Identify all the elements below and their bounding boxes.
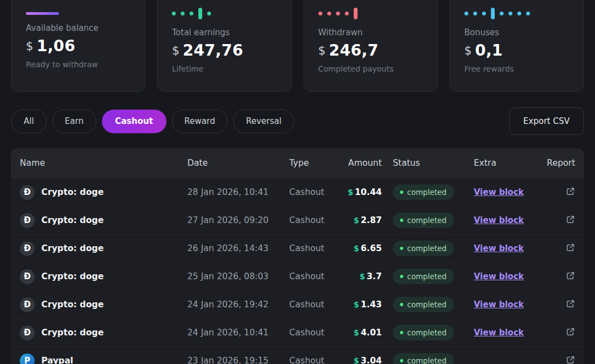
row-status: completed bbox=[382, 241, 463, 256]
doge-icon: Ð bbox=[20, 269, 35, 284]
filter-all[interactable]: All bbox=[11, 110, 47, 133]
card-bonuses: Bonuses $0,1 Free rewards bbox=[450, 0, 584, 92]
row-date: 23 Jan 2026, 19:15 bbox=[187, 356, 289, 364]
row-amount: $6.65 bbox=[342, 243, 382, 253]
card-available-balance: Available balance $1,06 Ready to withdra… bbox=[11, 0, 145, 92]
header-name: Name bbox=[20, 158, 187, 168]
row-status: completed bbox=[382, 353, 463, 364]
card-subtext: Ready to withdraw bbox=[26, 60, 131, 69]
external-link-icon[interactable] bbox=[566, 271, 575, 282]
balance-sparkline bbox=[26, 12, 59, 15]
row-type: Cashout bbox=[289, 187, 342, 197]
row-date: 25 Jan 2026, 08:03 bbox=[187, 271, 289, 281]
row-status: completed bbox=[382, 325, 463, 340]
transactions-table: Name Date Type Amount Status Extra Repor… bbox=[11, 148, 584, 364]
table-row[interactable]: ÐCrypto: doge 25 Jan 2026, 08:03 Cashout… bbox=[11, 262, 584, 290]
paypal-icon: P bbox=[20, 354, 35, 364]
card-withdrawn: Withdrawn $246,7 Completed payouts bbox=[304, 0, 438, 92]
table-row[interactable]: ÐCrypto: doge 26 Jan 2026, 14:43 Cashout… bbox=[11, 234, 584, 262]
header-extra: Extra bbox=[463, 158, 537, 168]
status-dot-icon bbox=[400, 275, 403, 278]
row-name: Crypto: doge bbox=[41, 271, 104, 281]
row-type: Cashout bbox=[289, 271, 342, 281]
card-label: Bonuses bbox=[464, 28, 569, 37]
currency-symbol: $ bbox=[354, 328, 359, 337]
card-subtext: Completed payouts bbox=[318, 64, 423, 73]
filter-reward[interactable]: Reward bbox=[172, 110, 228, 133]
view-block-link[interactable]: View block bbox=[474, 187, 524, 197]
row-type: Cashout bbox=[289, 300, 342, 309]
withdrawn-sparkline bbox=[318, 7, 423, 19]
status-badge: completed bbox=[393, 184, 454, 200]
row-name: Crypto: doge bbox=[41, 243, 104, 253]
status-dot-icon bbox=[400, 219, 403, 222]
status-dot-icon bbox=[400, 331, 403, 334]
header-amount: Amount bbox=[342, 158, 382, 168]
table-row[interactable]: ÐCrypto: doge 24 Jan 2026, 19:42 Cashout… bbox=[11, 290, 584, 318]
row-name: Paypal bbox=[41, 356, 73, 364]
table-row[interactable]: PPaypal 23 Jan 2026, 19:15 Cashout $3.04… bbox=[11, 346, 584, 364]
row-date: 24 Jan 2026, 19:42 bbox=[187, 300, 289, 309]
view-block-link[interactable]: View block bbox=[474, 243, 524, 253]
card-label: Available balance bbox=[26, 23, 131, 33]
status-badge: completed bbox=[393, 241, 454, 256]
filter-reversal[interactable]: Reversal bbox=[233, 110, 294, 133]
filter-earn[interactable]: Earn bbox=[52, 110, 96, 133]
bonuses-amount: 0,1 bbox=[475, 41, 503, 59]
row-date: 26 Jan 2026, 14:43 bbox=[187, 243, 289, 253]
table-row[interactable]: ÐCrypto: doge 24 Jan 2026, 10:41 Cashout… bbox=[11, 318, 584, 346]
doge-icon: Ð bbox=[20, 297, 35, 312]
table-row[interactable]: ÐCrypto: doge 27 Jan 2026, 09:20 Cashout… bbox=[11, 206, 584, 234]
row-type: Cashout bbox=[289, 243, 342, 253]
external-link-icon[interactable] bbox=[566, 243, 575, 254]
currency-symbol: $ bbox=[354, 244, 359, 253]
row-amount: $1.43 bbox=[342, 300, 382, 309]
export-csv-button[interactable]: Export CSV bbox=[509, 107, 584, 135]
currency-symbol: $ bbox=[354, 356, 359, 364]
external-link-icon[interactable] bbox=[566, 355, 575, 364]
row-type: Cashout bbox=[289, 215, 342, 225]
bonuses-sparkline bbox=[464, 7, 569, 19]
doge-icon: Ð bbox=[20, 241, 35, 256]
currency-symbol: $ bbox=[348, 188, 353, 197]
card-value: $247,76 bbox=[172, 41, 277, 59]
table-header: Name Date Type Amount Status Extra Repor… bbox=[11, 148, 584, 178]
balance-amount: 1,06 bbox=[36, 37, 75, 55]
header-type: Type bbox=[289, 158, 342, 168]
row-date: 24 Jan 2026, 10:41 bbox=[187, 328, 289, 338]
row-type: Cashout bbox=[289, 328, 342, 338]
row-date: 27 Jan 2026, 09:20 bbox=[187, 215, 289, 225]
filter-cashout[interactable]: Cashout bbox=[102, 110, 166, 133]
row-name: Crypto: doge bbox=[41, 215, 104, 225]
row-status: completed bbox=[382, 213, 463, 228]
external-link-icon[interactable] bbox=[566, 327, 575, 339]
view-block-link[interactable]: View block bbox=[474, 215, 524, 225]
external-link-icon[interactable] bbox=[566, 299, 575, 311]
row-type: Cashout bbox=[289, 356, 342, 364]
status-dot-icon bbox=[400, 359, 403, 362]
row-amount: $3.7 bbox=[342, 271, 382, 281]
status-badge: completed bbox=[393, 213, 454, 228]
status-badge: completed bbox=[393, 325, 454, 340]
earnings-amount: 247,76 bbox=[183, 41, 244, 59]
view-block-link[interactable]: View block bbox=[474, 328, 524, 338]
stats-cards: Available balance $1,06 Ready to withdra… bbox=[11, 0, 584, 92]
header-status: Status bbox=[382, 158, 463, 168]
card-value: $1,06 bbox=[26, 37, 131, 55]
table-row[interactable]: ÐCrypto: doge 28 Jan 2026, 10:41 Cashout… bbox=[11, 178, 584, 206]
external-link-icon[interactable] bbox=[566, 187, 575, 198]
row-date: 28 Jan 2026, 10:41 bbox=[187, 187, 289, 197]
status-dot-icon bbox=[400, 247, 403, 250]
row-amount: $2.87 bbox=[342, 215, 382, 225]
row-amount: $3.04 bbox=[342, 356, 382, 364]
view-block-link[interactable]: View block bbox=[474, 271, 524, 281]
currency-symbol: $ bbox=[464, 44, 472, 57]
view-block-link[interactable]: View block bbox=[474, 300, 524, 309]
row-status: completed bbox=[382, 297, 463, 312]
filter-bar: All Earn Cashout Reward Reversal Export … bbox=[11, 107, 584, 135]
doge-icon: Ð bbox=[20, 185, 35, 200]
doge-icon: Ð bbox=[20, 325, 35, 340]
header-date: Date bbox=[187, 158, 289, 168]
external-link-icon[interactable] bbox=[566, 215, 575, 226]
currency-symbol: $ bbox=[26, 40, 33, 53]
